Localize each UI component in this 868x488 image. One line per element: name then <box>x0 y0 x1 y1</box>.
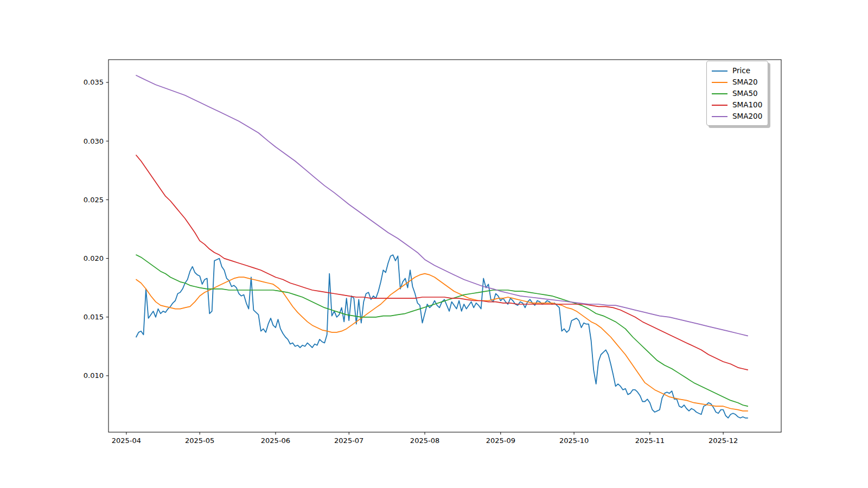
legend-item-sma100: SMA100 <box>712 99 762 111</box>
x-tick-label: 2025-09 <box>486 436 515 445</box>
y-tick-label: 0.015 <box>84 313 104 321</box>
legend-line-sample <box>712 70 727 72</box>
legend-line-sample <box>712 93 727 94</box>
legend-label: SMA200 <box>732 111 762 122</box>
x-tick-label: 2025-11 <box>635 436 665 445</box>
legend-item-price: Price <box>712 65 762 76</box>
legend-item-sma50: SMA50 <box>712 88 762 99</box>
x-tick-label: 2025-08 <box>410 436 439 445</box>
legend-item-sma200: SMA200 <box>712 111 762 122</box>
legend: PriceSMA20SMA50SMA100SMA200 <box>706 61 768 126</box>
x-tick-label: 2025-12 <box>709 436 738 445</box>
legend-label: Price <box>732 65 750 76</box>
plot-area <box>108 60 781 432</box>
y-tick-label: 0.035 <box>84 78 104 86</box>
figure: 2025-042025-052025-062025-072025-082025-… <box>0 0 868 488</box>
x-tick-label: 2025-10 <box>559 436 589 445</box>
legend-line-sample <box>712 82 727 83</box>
legend-item-sma20: SMA20 <box>712 76 762 88</box>
legend-label: SMA50 <box>732 88 758 99</box>
legend-line-sample <box>712 116 727 117</box>
y-tick-label: 0.030 <box>84 137 104 145</box>
x-tick-label: 2025-07 <box>334 436 363 445</box>
y-tick-label: 0.020 <box>84 254 104 262</box>
x-tick-label: 2025-06 <box>261 436 290 445</box>
legend-label: SMA20 <box>732 76 758 88</box>
y-tick-label: 0.025 <box>84 196 104 204</box>
legend-label: SMA100 <box>732 99 762 111</box>
x-tick-label: 2025-04 <box>112 436 141 445</box>
y-tick-label: 0.010 <box>84 371 104 380</box>
legend-line-sample <box>712 105 727 106</box>
x-tick-label: 2025-05 <box>185 436 214 445</box>
